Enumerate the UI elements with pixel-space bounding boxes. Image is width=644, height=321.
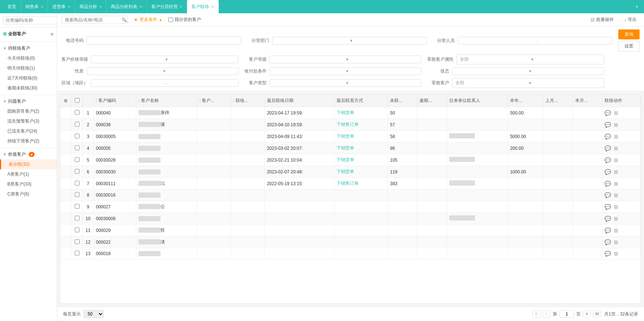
- last-contact-method[interactable]: 下销售订单: [334, 178, 388, 190]
- chat-icon[interactable]: 💬: [605, 216, 611, 222]
- next-page-btn[interactable]: >: [583, 310, 591, 318]
- row-checkbox[interactable]: [71, 225, 82, 236]
- last-contact-method[interactable]: 下销售订单: [334, 119, 388, 131]
- chat-icon[interactable]: 💬: [605, 239, 611, 245]
- sidebar-item-overdue[interactable]: 逾期未联络(30): [0, 83, 57, 93]
- first-page-btn[interactable]: K: [532, 310, 541, 318]
- last-contact-method[interactable]: [334, 213, 388, 225]
- action-icons[interactable]: 💬⊞: [602, 190, 640, 201]
- row-check-input[interactable]: [75, 216, 80, 221]
- chat-icon[interactable]: 💬: [605, 110, 611, 116]
- last-contact-method[interactable]: [334, 225, 388, 236]
- close-customer-contact-tab[interactable]: ×: [211, 4, 214, 9]
- row-settings[interactable]: [60, 154, 71, 166]
- filter-region-select[interactable]: …: [91, 79, 239, 87]
- row-check-input[interactable]: [75, 204, 80, 209]
- sidebar-all-customers[interactable]: ⊞ 全部客户 «: [0, 28, 57, 40]
- col-last-contact-date[interactable]: 最后联络日期: [264, 95, 334, 107]
- sidebar-item-ungroup[interactable]: 未分组(32): [0, 159, 57, 169]
- grid-action-icon[interactable]: ⊞: [614, 134, 618, 140]
- last-page-btn[interactable]: H: [593, 310, 601, 318]
- close-customer-tier-tab[interactable]: ×: [180, 4, 182, 9]
- row-checkbox[interactable]: [71, 236, 82, 248]
- section-pending-contact[interactable]: ▼ 待联络客户: [0, 43, 57, 53]
- grid-action-icon[interactable]: ⊞: [614, 122, 618, 128]
- action-icons[interactable]: 💬⊞: [602, 248, 640, 260]
- window-close[interactable]: ×: [636, 4, 638, 9]
- sidebar-item-today[interactable]: 今天待联络(0): [0, 53, 57, 63]
- row-checkbox[interactable]: [71, 154, 82, 166]
- chat-icon[interactable]: 💬: [605, 157, 611, 163]
- last-contact-method[interactable]: [334, 236, 388, 248]
- row-checkbox[interactable]: [71, 201, 82, 213]
- tab-home[interactable]: 首页: [3, 0, 21, 13]
- tab-customer-tier[interactable]: 客户分层经营 ×: [147, 0, 187, 13]
- sidebar-item-class-c[interactable]: C类客户(6): [0, 189, 57, 199]
- row-check-input[interactable]: [75, 181, 80, 186]
- col-uncontacted[interactable]: 未联...: [388, 95, 417, 107]
- col-customer-name[interactable]: : 客户名称: [136, 95, 197, 107]
- row-checkbox[interactable]: [71, 166, 82, 178]
- action-icons[interactable]: 💬⊞: [602, 119, 640, 131]
- action-icons[interactable]: 💬⊞: [602, 225, 640, 236]
- grid-action-icon[interactable]: ⊞: [614, 227, 618, 233]
- filter-dept-select[interactable]: ▼: [272, 37, 427, 45]
- row-checkbox[interactable]: [71, 131, 82, 142]
- col-contacts-unit[interactable]: 往来单位联系人: [447, 95, 508, 107]
- last-contact-method[interactable]: 下销货单: [334, 107, 388, 119]
- filter-customer-type-select[interactable]: ▼: [270, 79, 422, 87]
- row-checkbox[interactable]: [71, 190, 82, 201]
- page-number-input[interactable]: [559, 310, 574, 318]
- col-customer-type[interactable]: : 客户...: [197, 95, 231, 107]
- close-product-analysis-tab[interactable]: ×: [99, 4, 102, 9]
- tab-product-analysis[interactable]: 商品分析 ×: [75, 0, 106, 13]
- row-settings[interactable]: [60, 166, 71, 178]
- filter-customer-grade-select[interactable]: ▼: [270, 56, 422, 63]
- row-checkbox[interactable]: [71, 142, 82, 154]
- select-all-checkbox[interactable]: [75, 98, 80, 103]
- grid-action-icon[interactable]: ⊞: [614, 157, 618, 163]
- sidebar-item-churned[interactable]: 已流失客户(24): [0, 126, 57, 136]
- chat-icon[interactable]: 💬: [605, 251, 611, 257]
- row-settings[interactable]: [60, 201, 71, 213]
- filter-nature-select[interactable]: ▼: [87, 67, 239, 75]
- row-settings[interactable]: [60, 178, 71, 190]
- row-check-input[interactable]: [75, 134, 80, 138]
- action-icons[interactable]: 💬⊞: [602, 131, 640, 142]
- close-sales-tab[interactable]: ×: [41, 4, 43, 9]
- grid-action-icon[interactable]: ⊞: [614, 110, 618, 116]
- query-button[interactable]: 查询: [618, 29, 640, 39]
- col-settings[interactable]: ⚙: [60, 95, 71, 107]
- last-contact-method[interactable]: 下销货单: [334, 154, 388, 166]
- chat-icon[interactable]: 💬: [605, 145, 611, 151]
- filter-price-grade-select[interactable]: ▼: [91, 56, 239, 63]
- chat-icon[interactable]: 💬: [605, 169, 611, 175]
- filter-status-select[interactable]: ▼: [452, 67, 604, 75]
- last-contact-method[interactable]: [334, 248, 388, 260]
- filter-retail-attr-select[interactable]: 全部 ▼: [457, 54, 604, 64]
- last-contact-method[interactable]: [334, 201, 388, 213]
- action-icons[interactable]: 💬⊞: [602, 178, 640, 190]
- prev-page-btn[interactable]: <: [543, 310, 550, 318]
- grid-action-icon[interactable]: ⊞: [614, 251, 618, 257]
- grid-action-icon[interactable]: ⊞: [614, 169, 618, 175]
- last-contact-method[interactable]: 下销货单: [334, 142, 388, 154]
- col-this-year[interactable]: 本年...: [508, 95, 543, 107]
- row-settings[interactable]: [60, 213, 71, 225]
- main-search-icon[interactable]: 🔍: [122, 17, 127, 22]
- section-value-customers[interactable]: ▼ 价值客户 ●: [0, 149, 57, 159]
- chat-icon[interactable]: 💬: [605, 134, 611, 140]
- col-overdue[interactable]: 逾期...: [417, 95, 447, 107]
- sidebar-item-abnormal[interactable]: 固购异常客户(2): [0, 106, 57, 116]
- tab-customer-contact[interactable]: 客户联络 ×: [187, 0, 218, 13]
- action-icons[interactable]: 💬⊞: [602, 201, 640, 213]
- tab-product-list[interactable]: 商品分析列表 ×: [106, 0, 147, 13]
- more-filter-btn[interactable]: ▼ 更多条件 ▲: [131, 15, 165, 24]
- page-size-select[interactable]: 50 100 200: [84, 310, 104, 318]
- sidebar-search-input[interactable]: [3, 16, 57, 24]
- chat-icon[interactable]: 💬: [605, 181, 611, 187]
- row-checkbox[interactable]: [71, 119, 82, 131]
- row-check-input[interactable]: [75, 251, 80, 255]
- filter-phone-input[interactable]: [87, 36, 241, 45]
- last-contact-method[interactable]: 下销货单: [334, 131, 388, 142]
